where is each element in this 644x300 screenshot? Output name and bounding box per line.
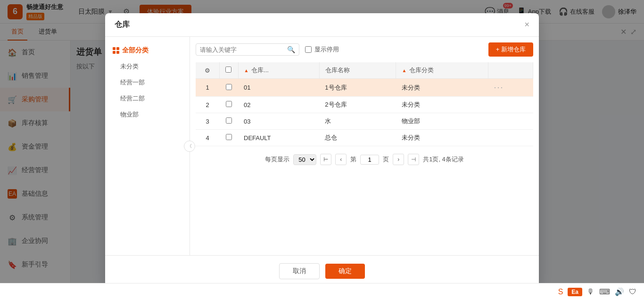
table-row: 1 01 1号仓库 未分类 ··· [196,79,533,97]
row-num-4: 4 [196,130,219,146]
collapse-panel-button[interactable]: 《 [184,141,195,152]
row-name-1: 1号仓库 [319,79,396,97]
table-header-row: ⚙ ▲ 仓库... 仓库名称 ▲ 仓库分类 [196,62,533,79]
modal-overlay: 仓库 × 全部分类 未分类 经营一部 经营二部 物业部 [0,0,644,300]
first-page-button[interactable]: ⊢ [320,154,331,165]
row-checkbox-3[interactable] [226,117,232,124]
category-property[interactable]: 物业部 [105,107,190,123]
row-category-1: 未分类 [396,79,488,97]
add-warehouse-button[interactable]: + 新增仓库 [488,42,533,57]
row-code-3: 03 [238,113,319,130]
table-row: 4 DEFAULT 总仓 未分类 [196,130,533,146]
col-code: ▲ 仓库... [238,62,319,79]
bottom-logo-s: S [558,288,563,296]
row-check-1 [219,79,238,97]
grid-icon [113,47,119,54]
row-name-4: 总仓 [319,130,396,146]
row-code-4: DEFAULT [238,130,319,146]
table-row: 2 02 2号仓库 未分类 [196,97,533,113]
all-categories-item[interactable]: 全部分类 [105,42,190,58]
modal-title: 仓库 [115,20,130,30]
row-name-3: 水 [319,113,396,130]
table-body: 1 01 1号仓库 未分类 ··· 2 02 2号仓库 未分类 [196,79,533,146]
col-settings: ⚙ [196,62,219,79]
shield-icon[interactable]: 🛡 [629,288,636,296]
mic-icon[interactable]: 🎙 [587,288,594,296]
show-disabled-label: 显示停用 [314,45,339,54]
per-page-select[interactable]: 50 [293,154,316,165]
modal-close-button[interactable]: × [524,20,529,30]
row-checkbox-1[interactable] [226,84,232,90]
table-row: 3 03 水 物业部 [196,113,533,130]
col-checkbox [219,62,238,79]
prev-page-button[interactable]: ‹ [335,154,347,165]
row-action-2[interactable] [488,97,533,113]
row-num-2: 2 [196,97,219,113]
row-checkbox-2[interactable] [226,101,232,107]
modal-footer: 取消 确定 [105,255,539,287]
col-category: ▲ 仓库分类 [396,62,488,79]
row-action-4[interactable] [488,130,533,146]
show-disabled-option: 显示停用 [305,45,339,54]
modal-body: 全部分类 未分类 经营一部 经营二部 物业部 《 🔍 显 [105,37,539,255]
warehouse-modal: 仓库 × 全部分类 未分类 经营一部 经营二部 物业部 [105,13,539,287]
bottom-bar: S Ea 🎙 ⌨ 🔊 🛡 [0,283,644,300]
row-name-2: 2号仓库 [319,97,396,113]
row-code-1: 01 [238,79,319,97]
row-category-4: 未分类 [396,130,488,146]
row-num-3: 3 [196,113,219,130]
modal-header: 仓库 × [105,13,539,37]
cancel-button[interactable]: 取消 [279,263,320,279]
category-left-panel: 全部分类 未分类 经营一部 经营二部 物业部 《 [105,37,190,255]
row-num-1: 1 [196,79,219,97]
last-page-button[interactable]: ⊣ [408,154,419,165]
row-category-3: 物业部 [396,113,488,130]
col-actions [488,62,533,79]
ea-badge: Ea [568,288,582,296]
category-unclassified[interactable]: 未分类 [105,58,190,75]
confirm-button[interactable]: 确定 [325,264,365,279]
warehouse-table: ⚙ ▲ 仓库... 仓库名称 ▲ 仓库分类 [196,62,533,146]
select-all-checkbox[interactable] [225,67,231,73]
search-box: 🔍 [196,43,299,56]
row-check-3 [219,113,238,130]
row-action-1[interactable]: ··· [488,79,533,97]
table-header: ⚙ ▲ 仓库... 仓库名称 ▲ 仓库分类 [196,62,533,79]
show-disabled-checkbox[interactable] [305,46,312,53]
row-action-3[interactable] [488,113,533,130]
sort-icon: ▲ [244,68,249,73]
search-input[interactable] [200,46,284,53]
row-code-2: 02 [238,97,319,113]
keyboard-icon[interactable]: ⌨ [599,287,610,296]
volume-icon[interactable]: 🔊 [615,287,624,296]
row-category-2: 未分类 [396,97,488,113]
category-sort-icon: ▲ [402,68,406,73]
search-icon[interactable]: 🔍 [287,46,295,53]
row-check-4 [219,130,238,146]
row-checkbox-4[interactable] [226,134,232,140]
category-dept1[interactable]: 经营一部 [105,75,190,91]
next-page-button[interactable]: › [393,154,404,165]
page-number-input[interactable] [360,155,379,165]
pagination-row: 每页显示 50 ⊢ ‹ 第 页 › ⊣ 共1页, 4条记录 [196,154,533,165]
category-dept2[interactable]: 经营二部 [105,91,190,107]
search-row: 🔍 显示停用 + 新增仓库 [196,42,533,57]
row-more-icon-1[interactable]: ··· [494,83,504,92]
row-check-2 [219,97,238,113]
warehouse-right-panel: 🔍 显示停用 + 新增仓库 ⚙ ▲ [190,37,539,255]
col-name: 仓库名称 [319,62,396,79]
